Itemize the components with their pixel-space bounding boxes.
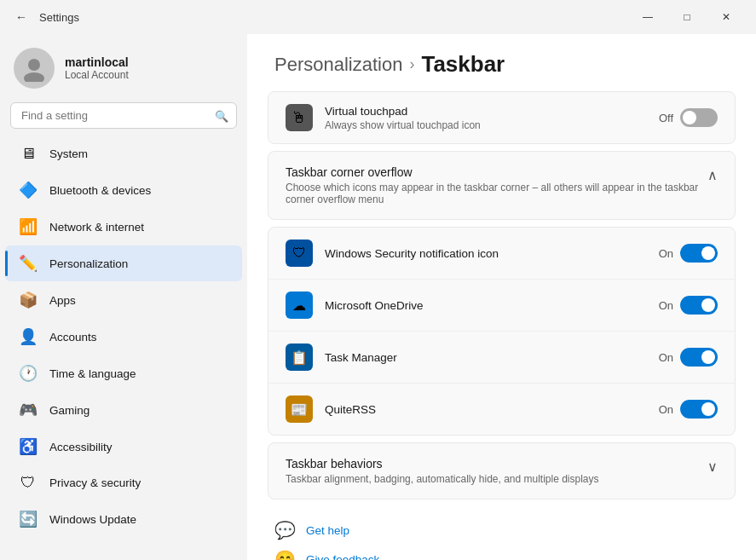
windows-security-label: Windows Security notification icon [325, 247, 659, 260]
accounts-icon: 👤 [19, 327, 38, 346]
svg-point-1 [24, 72, 44, 82]
task-manager-toggle[interactable] [680, 348, 718, 367]
main-content: Personalization › Taskbar 🖱 Virtual touc… [247, 34, 756, 560]
sidebar-item-label: Time & language [49, 367, 136, 380]
search-box: 🔍 [10, 102, 237, 129]
sidebar-item-apps[interactable]: 📦 Apps [5, 282, 242, 318]
get-help-label: Get help [306, 524, 349, 537]
sidebar-item-personalization[interactable]: ✏️ Personalization [5, 245, 242, 281]
get-help-link[interactable]: 💬 Get help [274, 520, 729, 540]
close-button[interactable]: ✕ [707, 3, 746, 31]
maximize-button[interactable]: □ [667, 3, 707, 31]
sidebar-item-label: Network & internet [49, 221, 144, 234]
onedrive-icon-box: ☁ [286, 292, 313, 319]
quiterss-text: QuiteRSS [325, 403, 659, 416]
sidebar-item-network[interactable]: 📶 Network & internet [5, 209, 242, 245]
sidebar: martinlocal Local Account 🔍 🖥 System 🔷 B… [0, 34, 247, 560]
breadcrumb-separator: › [409, 55, 414, 73]
sidebar-item-bluetooth[interactable]: 🔷 Bluetooth & devices [5, 172, 242, 208]
toggle-thumb [701, 246, 715, 260]
windows-security-icon: 🛡 [292, 245, 306, 261]
accessibility-icon: ♿ [19, 437, 38, 456]
toggle-track[interactable] [680, 108, 718, 127]
sidebar-item-accounts[interactable]: 👤 Accounts [5, 319, 242, 355]
toggle-track[interactable] [680, 348, 718, 367]
breadcrumb-current: Taskbar [421, 51, 505, 78]
taskbar-corner-overflow-desc: Choose which icons may appear in the tas… [286, 182, 707, 205]
virtual-touchpad-desc: Always show virtual touchpad icon [325, 119, 659, 131]
toggle-track[interactable] [680, 244, 718, 263]
windows-security-toggle[interactable] [680, 244, 718, 263]
virtual-touchpad-toggle[interactable] [680, 108, 718, 127]
windows-security-icon-box: 🛡 [286, 240, 313, 267]
search-input[interactable] [10, 102, 237, 129]
apps-icon: 📦 [19, 291, 38, 309]
svg-point-0 [28, 59, 40, 71]
titlebar-title: Settings [39, 11, 79, 24]
sidebar-item-label: Accounts [49, 331, 97, 344]
virtual-touchpad-label: Virtual touchpad [325, 105, 659, 118]
update-icon: 🔄 [19, 510, 38, 528]
toggle-thumb [701, 402, 715, 416]
onedrive-control: On [659, 296, 718, 315]
user-profile: martinlocal Local Account [0, 38, 247, 102]
onedrive-label: Microsoft OneDrive [325, 299, 659, 312]
task-manager-icon-box: 📋 [286, 344, 313, 371]
taskbar-corner-overflow-title: Taskbar corner overflow [286, 165, 707, 179]
sidebar-item-system[interactable]: 🖥 System [5, 136, 242, 171]
virtual-touchpad-control: Off [659, 108, 718, 127]
toggle-track[interactable] [680, 296, 718, 315]
sidebar-nav: 🖥 System 🔷 Bluetooth & devices 📶 Network… [0, 136, 247, 538]
table-row: ☁ Microsoft OneDrive On [268, 280, 735, 332]
titlebar-left: ← Settings [10, 7, 79, 27]
virtual-touchpad-text: Virtual touchpad Always show virtual tou… [325, 105, 659, 131]
toggle-track[interactable] [680, 400, 718, 419]
virtual-touchpad-section: 🖱 Virtual touchpad Always show virtual t… [268, 91, 736, 144]
sidebar-item-accessibility[interactable]: ♿ Accessibility [5, 429, 242, 465]
page-header: Personalization › Taskbar [247, 34, 756, 91]
network-icon: 📶 [19, 217, 38, 236]
task-manager-text: Task Manager [325, 351, 659, 364]
personalization-icon: ✏️ [19, 254, 38, 273]
breadcrumb-parent: Personalization [274, 54, 402, 76]
give-feedback-link[interactable]: 😊 Give feedback [274, 549, 729, 560]
table-row: 📰 QuiteRSS On [268, 384, 735, 435]
give-feedback-label: Give feedback [306, 553, 379, 561]
give-feedback-icon: 😊 [274, 549, 296, 560]
taskbar-corner-overflow-header[interactable]: Taskbar corner overflow Choose which ico… [268, 151, 736, 220]
system-icon: 🖥 [19, 145, 38, 163]
toggle-thumb [701, 298, 715, 312]
taskbar-corner-overflow-section: Taskbar corner overflow Choose which ico… [268, 151, 736, 436]
titlebar: ← Settings — □ ✕ [0, 0, 756, 34]
back-button[interactable]: ← [10, 7, 32, 27]
get-help-icon: 💬 [274, 520, 296, 540]
sidebar-item-privacy[interactable]: 🛡 Privacy & security [5, 465, 242, 500]
sidebar-item-gaming[interactable]: 🎮 Gaming [5, 392, 242, 428]
sidebar-item-update[interactable]: 🔄 Windows Update [5, 501, 242, 537]
time-icon: 🕐 [19, 364, 38, 383]
virtual-touchpad-icon-box: 🖱 [286, 104, 313, 131]
sidebar-item-label: Accessibility [49, 441, 113, 453]
task-manager-state: On [659, 351, 673, 364]
minimize-button[interactable]: — [628, 3, 667, 31]
privacy-icon: 🛡 [19, 474, 38, 492]
taskbar-corner-overflow-items: 🛡 Windows Security notification icon On [268, 227, 736, 436]
quiterss-toggle[interactable] [680, 400, 718, 419]
onedrive-text: Microsoft OneDrive [325, 299, 659, 312]
avatar [14, 48, 55, 89]
table-row: 📋 Task Manager On [268, 332, 735, 384]
app-body: martinlocal Local Account 🔍 🖥 System 🔷 B… [0, 34, 756, 560]
user-type: Local Account [65, 69, 129, 81]
virtual-touchpad-state: Off [659, 112, 673, 124]
quiterss-state: On [659, 403, 673, 416]
user-info: martinlocal Local Account [65, 55, 129, 81]
onedrive-toggle[interactable] [680, 296, 718, 315]
sidebar-item-label: Apps [49, 294, 76, 307]
task-manager-control: On [659, 348, 718, 367]
sidebar-item-label: Personalization [49, 257, 128, 270]
windows-security-state: On [659, 247, 673, 260]
taskbar-behaviors-header[interactable]: Taskbar behaviors Taskbar alignment, bad… [268, 442, 736, 499]
sidebar-item-time[interactable]: 🕐 Time & language [5, 355, 242, 391]
taskbar-behaviors-title: Taskbar behaviors [286, 457, 707, 471]
windows-security-text: Windows Security notification icon [325, 247, 659, 260]
